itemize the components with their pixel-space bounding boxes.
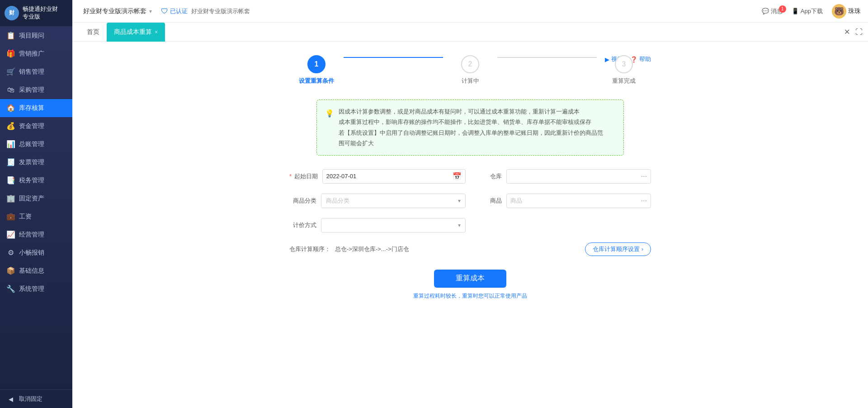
price-method-label: 计价方式 [289,221,316,229]
sales-icon: 🛒 [6,67,15,76]
sidebar-label-base: 基础信息 [19,267,44,275]
sidebar-item-system[interactable]: 🔧 系统管理 [0,280,72,298]
sidebar-label-inventory: 库存核算 [19,104,44,112]
avatar-area[interactable]: 🐻 珠珠 [832,4,861,19]
info-line-4: 围可能会扩大 [339,138,603,148]
sidebar-label-accounting: 总账管理 [19,140,44,148]
start-date-input[interactable] [326,173,450,180]
price-method-select[interactable]: ▾ [321,218,466,232]
verified-badge: 🛡 已认证 [161,7,188,15]
sidebar-footer-pin[interactable]: ◀ 取消固定 [0,389,72,408]
warehouse-order-settings-button[interactable]: 仓库计算顺序设置 › [585,242,651,256]
sidebar-item-tax[interactable]: 📑 税务管理 [0,171,72,190]
verified-text: 已认证 [170,7,188,15]
sidebar-item-operation[interactable]: 📈 经营管理 [0,226,72,244]
invoice-icon: 🧾 [6,158,15,167]
sidebar-item-finance[interactable]: 💰 资金管理 [0,117,72,135]
logo-name: 畅捷通好业财 [23,5,58,13]
info-line-2: 成本重算过程中，影响库存账的操作均不能操作，比如进货单、销货单、库存单据不能审核… [339,117,603,127]
form-group-warehouse: 仓库 ··· [475,169,651,184]
calendar-icon[interactable]: 📅 [453,172,462,180]
action-area: 重算成本 重算过程耗时较长，重算时您可以正常使用产品 [99,270,841,300]
start-date-input-wrap[interactable]: 📅 [322,169,466,184]
phone-icon: 📱 [792,8,799,14]
category-placeholder: 商品分类 [326,197,458,205]
sidebar-item-sales[interactable]: 🛒 销售管理 [0,63,72,81]
sidebar-label-expense: 小畅报销 [19,249,44,257]
avatar-name: 珠珠 [848,7,861,15]
sidebar-item-purchase[interactable]: 🛍 采购管理 [0,81,72,99]
recalc-btn-label: 重算成本 [456,274,485,283]
page-content: 1 设置重算条件 2 计算中 3 重算完成 ▶ 视频 ❓ 帮助 💡 因成本计算参… [72,42,868,408]
form-group-price-method: 计价方式 ▾ [289,218,466,232]
maximize-icon[interactable]: ⛶ [855,28,863,36]
info-line-3: 若【系统设置】中启用了自动调整记账日期时，会调整入库单的整单记账日期，因此重新计… [339,128,603,138]
tab-home[interactable]: 首页 [80,23,107,42]
marketing-icon: 🎁 [6,49,15,58]
warehouse-order-value: 总仓->深圳仓库->...->门店仓 [335,245,580,253]
info-text: 因成本计算参数调整，或是对商品成本有疑问时，可以通过成本重算功能，重新计算一遍成… [339,106,603,149]
sidebar-item-invoice[interactable]: 🧾 发票管理 [0,153,72,171]
tabbar: 首页 商品成本重算 × ✕ ⛶ [72,23,868,42]
unpin-label: 取消固定 [19,395,42,403]
tab-controls: ✕ ⛶ [844,28,868,36]
sidebar: 财 畅捷通好业财 专业版 📋 项目顾问 🎁 营销推广 🛒 销售管理 🛍 采购管理… [0,0,72,408]
category-select[interactable]: 商品分类 ▾ [321,194,466,208]
salary-icon: 💼 [6,212,15,221]
step-line-2 [497,57,597,58]
account-name: 好业财专业版演示帐套 [83,7,146,15]
step-1: 1 设置重算条件 [289,55,344,85]
sidebar-label-system: 系统管理 [19,285,44,293]
sidebar-item-expense[interactable]: ⚙ 小畅报销 [0,244,72,262]
message-icon: 💬 [762,8,769,14]
sidebar-label-finance: 资金管理 [19,122,44,130]
goods-dots-icon[interactable]: ··· [641,197,647,205]
account-selector[interactable]: 好业财专业版演示帐套 ▾ [80,5,156,17]
unpin-icon: ◀ [6,394,15,403]
warehouse-order-row: 仓库计算顺序： 总仓->深圳仓库->...->门店仓 仓库计算顺序设置 › [289,242,651,256]
avatar: 🐻 [832,4,846,19]
info-box: 💡 因成本计算参数调整，或是对商品成本有疑问时，可以通过成本重算功能，重新计算一… [316,100,624,156]
sidebar-item-base[interactable]: 📦 基础信息 [0,262,72,280]
tab-cost-recalc[interactable]: 商品成本重算 × [107,23,165,42]
close-window-icon[interactable]: ✕ [844,28,850,36]
sidebar-label-operation: 经营管理 [19,231,44,239]
sidebar-label-assets: 固定资产 [19,195,44,203]
goods-placeholder: 商品 [510,197,638,205]
sidebar-item-marketing[interactable]: 🎁 营销推广 [0,45,72,63]
purchase-icon: 🛍 [6,85,15,95]
recalc-button[interactable]: 重算成本 [434,270,506,288]
sidebar-label-purchase: 采购管理 [19,86,44,94]
main-wrap: 好业财专业版演示帐套 ▾ 🛡 已认证 好业财专业版演示帐套 💬 消息 1 📱 A… [72,0,868,408]
form-group-goods: 商品 商品 ··· [475,194,651,208]
tab-close-icon[interactable]: × [155,29,158,35]
system-icon: 🔧 [6,285,15,294]
message-badge: 1 [779,5,786,13]
form-row-3: 计价方式 ▾ [289,218,651,232]
warehouse-dots-icon[interactable]: ··· [641,172,647,180]
app-download-button[interactable]: 📱 App下载 [792,7,823,15]
step-2-circle: 2 [461,55,479,73]
base-icon: 📦 [6,266,15,275]
inventory-icon: 🏠 [6,104,15,113]
message-button[interactable]: 💬 消息 1 [762,7,783,15]
sidebar-item-salary[interactable]: 💼 工资 [0,208,72,226]
sidebar-item-assets[interactable]: 🏢 固定资产 [0,190,72,208]
chevron-down-icon: ▾ [149,8,152,14]
step-line-1 [344,57,443,58]
sidebar-nav: 📋 项目顾问 🎁 营销推广 🛒 销售管理 🛍 采购管理 🏠 库存核算 💰 资金管… [0,27,72,389]
warehouse-order-label: 仓库计算顺序： [289,245,330,253]
logo-text-wrap: 畅捷通好业财 专业版 [23,5,58,21]
tax-icon: 📑 [6,176,15,185]
tab-cost-recalc-label: 商品成本重算 [114,28,152,36]
step-3-circle: 3 [615,55,633,73]
sidebar-item-project[interactable]: 📋 项目顾问 [0,27,72,45]
app-download-label: App下载 [801,7,823,15]
sidebar-label-sales: 销售管理 [19,68,44,76]
project-icon: 📋 [6,31,15,40]
warehouse-input-wrap[interactable]: ··· [506,169,651,184]
category-label: 商品分类 [289,197,316,205]
sidebar-item-inventory[interactable]: 🏠 库存核算 [0,99,72,117]
goods-input-wrap[interactable]: 商品 ··· [506,194,651,208]
sidebar-item-accounting[interactable]: 📊 总账管理 [0,135,72,153]
